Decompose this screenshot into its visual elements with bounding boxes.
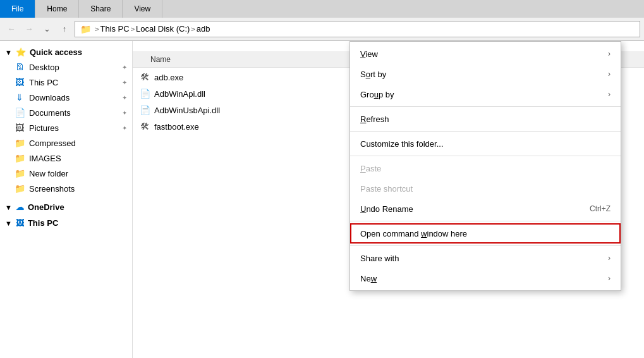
tab-bar: File Home Share View <box>0 0 644 18</box>
tab-view[interactable]: View <box>123 0 162 18</box>
tab-share[interactable]: Share <box>79 0 123 18</box>
sidebar-item-compressed[interactable]: 📁 Compressed <box>0 135 132 151</box>
exe-icon-adb: 🛠 <box>138 70 152 84</box>
quick-access-icon: ⭐ <box>16 47 26 57</box>
quick-access-chevron[interactable]: ▼ <box>5 49 12 56</box>
groupby-arrow-icon: › <box>608 90 611 99</box>
context-menu-share-with[interactable]: Share with › <box>350 248 621 268</box>
separator-1 <box>350 106 621 107</box>
context-menu-share-label: Share with <box>360 254 399 263</box>
sidebar-item-label-pictures: Pictures <box>29 123 59 133</box>
thispc2-label: This PC <box>28 218 58 228</box>
context-menu-paste-shortcut-label: Paste shortcut <box>360 184 413 194</box>
sidebar: ▼ ⭐ Quick access 🖻 Desktop ✦ 🖼 This PC ✦… <box>0 41 133 358</box>
sidebar-item-label-compressed: Compressed <box>29 139 76 148</box>
context-menu-undo-rename[interactable]: Undo Rename Ctrl+Z <box>350 199 621 219</box>
sidebar-item-label-downloads: Downloads <box>29 93 70 102</box>
sidebar-item-label-documents: Documents <box>29 108 71 118</box>
sidebar-item-label-screenshots: Screenshots <box>29 184 75 194</box>
tab-home[interactable]: Home <box>35 0 79 18</box>
sidebar-item-thispc[interactable]: 🖼 This PC ✦ <box>0 75 132 90</box>
separator-2 <box>350 131 621 132</box>
address-bar: ← → ⌄ ↑ 📁 > This PC > Local Disk (C:) > … <box>0 18 644 40</box>
sidebar-item-newfolder[interactable]: 📁 New folder <box>0 166 132 181</box>
context-menu-paste-shortcut[interactable]: Paste shortcut <box>350 178 621 199</box>
thispc-section: ▼ 🖼 This PC <box>0 216 132 230</box>
breadcrumb-sep-3: > <box>191 25 195 33</box>
context-menu-open-cmd[interactable]: Open command window here <box>350 223 621 244</box>
breadcrumb: 📁 > This PC > Local Disk (C:) > adb <box>80 24 210 34</box>
sidebar-item-label-images: IMAGES <box>29 154 61 163</box>
context-menu: View › Sort by › Group by › Refresh Cust… <box>349 41 621 291</box>
onedrive-chevron[interactable]: ▼ <box>5 204 12 211</box>
ribbon: File Home Share View ← → ⌄ ↑ 📁 > This PC… <box>0 0 644 41</box>
separator-3 <box>350 156 621 156</box>
sortby-arrow-icon: › <box>608 70 611 78</box>
new-arrow-icon: › <box>608 274 611 283</box>
quick-access-section: ▼ ⭐ Quick access <box>0 45 132 59</box>
pin-icon-documents: ✦ <box>122 109 127 116</box>
context-menu-new-label: New <box>360 274 377 283</box>
sidebar-item-screenshots[interactable]: 📁 Screenshots <box>0 181 132 196</box>
address-input[interactable]: 📁 > This PC > Local Disk (C:) > adb <box>75 21 640 37</box>
sidebar-item-pictures[interactable]: 🖼 Pictures ✦ <box>0 120 132 135</box>
folder-icon-new: 📁 <box>14 168 25 179</box>
context-menu-customize-label: Customize this folder... <box>360 139 444 149</box>
back-button[interactable]: ← <box>4 22 19 37</box>
breadcrumb-folder-icon: 📁 <box>80 24 91 34</box>
breadcrumb-adb[interactable]: adb <box>197 24 210 34</box>
thispc-chevron[interactable]: ▼ <box>5 219 12 227</box>
pin-icon-downloads: ✦ <box>122 94 127 101</box>
separator-5 <box>350 245 621 246</box>
context-menu-sortby[interactable]: Sort by › <box>350 64 621 84</box>
sidebar-item-label-thispc: This PC <box>29 78 58 87</box>
sidebar-item-downloads[interactable]: ⇓ Downloads ✦ <box>0 90 132 105</box>
onedrive-section: ▼ ☁ OneDrive <box>0 200 132 214</box>
documents-icon: 📄 <box>14 107 25 118</box>
forward-button[interactable]: → <box>21 22 37 37</box>
undo-shortcut: Ctrl+Z <box>590 204 611 213</box>
context-menu-new[interactable]: New › <box>350 268 621 288</box>
separator-4 <box>350 221 621 221</box>
context-menu-paste[interactable]: Paste <box>350 158 621 178</box>
context-menu-view[interactable]: View › <box>350 44 621 64</box>
up-button[interactable]: ↑ <box>57 22 72 37</box>
context-menu-open-cmd-label: Open command window here <box>360 229 467 238</box>
recent-locations-button[interactable]: ⌄ <box>39 22 54 37</box>
folder-icon-screenshots: 📁 <box>14 183 25 194</box>
onedrive-label: OneDrive <box>28 202 64 212</box>
tab-file[interactable]: File <box>0 0 35 18</box>
sidebar-item-label-newfolder: New folder <box>29 169 68 178</box>
downloads-icon: ⇓ <box>14 92 25 103</box>
dll-icon-adbwinapi: 📄 <box>138 87 152 101</box>
view-arrow-icon: › <box>608 49 611 58</box>
sidebar-item-images[interactable]: 📁 IMAGES <box>0 151 132 166</box>
context-menu-refresh[interactable]: Refresh <box>350 109 621 129</box>
thispc2-icon: 🖼 <box>16 218 24 228</box>
context-menu-sortby-label: Sort by <box>360 70 386 79</box>
breadcrumb-localdisk[interactable]: Local Disk (C:) <box>136 24 190 34</box>
sidebar-item-desktop[interactable]: 🖻 Desktop ✦ <box>0 59 132 75</box>
context-menu-customize[interactable]: Customize this folder... <box>350 133 621 154</box>
context-menu-refresh-label: Refresh <box>360 114 389 124</box>
context-menu-paste-label: Paste <box>360 164 381 173</box>
pictures-icon: 🖼 <box>14 122 25 133</box>
desktop-icon: 🖻 <box>14 61 25 73</box>
file-pane: ▲ Name Date modified Type 🛠 adb.exe 📄 Ad… <box>133 41 644 358</box>
context-menu-groupby[interactable]: Group by › <box>350 84 621 104</box>
pin-icon-thispc: ✦ <box>122 79 127 86</box>
pc-icon: 🖼 <box>14 77 25 88</box>
folder-icon-images: 📁 <box>14 152 25 164</box>
context-menu-undo-label: Undo Rename <box>360 204 413 214</box>
sidebar-item-label-desktop: Desktop <box>29 63 59 72</box>
onedrive-icon: ☁ <box>16 202 24 212</box>
breadcrumb-sep-1: > <box>95 25 99 33</box>
breadcrumb-sep-2: > <box>131 25 135 33</box>
quick-access-label: Quick access <box>30 47 82 57</box>
context-menu-groupby-label: Group by <box>360 90 394 99</box>
breadcrumb-thispc[interactable]: This PC <box>100 24 129 34</box>
context-menu-view-label: View <box>360 49 378 59</box>
exe-icon-fastboot: 🛠 <box>138 120 152 133</box>
sidebar-item-documents[interactable]: 📄 Documents ✦ <box>0 105 132 120</box>
share-arrow-icon: › <box>608 254 611 262</box>
